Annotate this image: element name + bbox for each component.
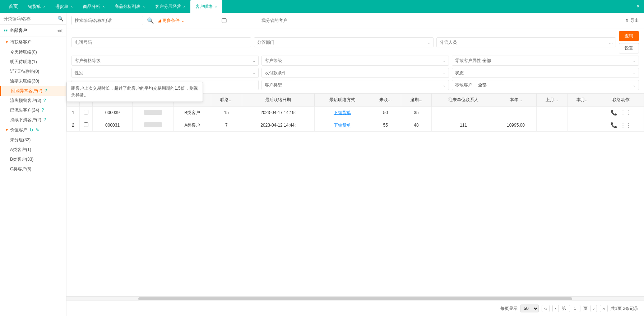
col-last-month[interactable]: 上月...	[536, 94, 567, 107]
page-suffix: 页	[583, 306, 588, 312]
col-last-method[interactable]: 最后联络方式	[315, 94, 370, 107]
col-contact-label: 联络...	[220, 97, 232, 102]
scroll-thumb[interactable]	[138, 297, 572, 300]
nav-product-analysis[interactable]: 商品分析 ×	[78, 0, 110, 13]
col-this-month-label: 本月...	[576, 97, 589, 102]
row1-last-method[interactable]: 下销货单	[315, 107, 370, 119]
prev-page-button[interactable]: ‹	[552, 305, 559, 312]
close-icon[interactable]: ×	[102, 4, 105, 9]
col-last-date[interactable]: 最后联络日期	[242, 94, 314, 107]
table-area[interactable]: ⚙ 客户编码 客户名称 客户...	[66, 93, 644, 296]
payment-field[interactable]: 收付款条件 ⌄	[261, 68, 449, 78]
col-overdue[interactable]: 逾期...	[401, 94, 432, 107]
row1-this-year	[495, 107, 537, 119]
customer-level-field[interactable]: 客户等级 ⌄	[261, 56, 449, 66]
all-customers-header[interactable]: ☷ 全部客户 ≪	[0, 25, 66, 37]
pending-contact-group[interactable]: ▼ 待联络客户	[0, 37, 66, 47]
query-button[interactable]: 查询	[619, 31, 639, 41]
row1-checkbox[interactable]	[80, 107, 93, 119]
nav-sales[interactable]: 销货单 ×	[23, 0, 50, 13]
col-last-date-label: 最后联络日期	[265, 97, 291, 102]
sidebar-item-today[interactable]: 今天待联络(0)	[0, 47, 66, 57]
close-icon[interactable]: ×	[70, 4, 73, 9]
my-customers-checkbox[interactable]: 我分管的客户	[188, 18, 287, 24]
ellipsis-icon[interactable]: ...	[609, 40, 613, 45]
search-input[interactable]	[71, 16, 143, 25]
more-action-icon[interactable]: ⋮⋮	[620, 122, 631, 128]
per-page-select[interactable]: 50 100 200	[520, 305, 539, 312]
row2-last-date: 2023-04-12 14:44:	[242, 119, 314, 132]
grid-icon: ☷	[4, 28, 8, 33]
col-contacts-label: 往来单位联系人	[448, 97, 478, 102]
close-icon[interactable]: ×	[43, 4, 45, 9]
first-page-button[interactable]: ‹‹	[542, 305, 550, 312]
col-uncontacted[interactable]: 未联...	[370, 94, 401, 107]
customer-type-field[interactable]: 客户类型 ⌄	[261, 80, 449, 90]
sidebar-item-class-a[interactable]: A类客户(1)	[0, 145, 66, 155]
nav-home[interactable]: 首页	[4, 0, 23, 13]
phone-field[interactable]: 电话号码	[71, 37, 251, 47]
gender-field[interactable]: 性别 ⌄	[71, 68, 259, 78]
value-customer-group: ▼ 价值客户 ↻ ✎	[0, 125, 66, 135]
info-icon: ?	[43, 98, 46, 103]
price-level-field[interactable]: 客户价格等级 ⌄	[71, 56, 259, 66]
my-customers-check[interactable]	[188, 18, 260, 23]
col-this-year[interactable]: 本年...	[495, 94, 537, 107]
row1-select[interactable]	[84, 110, 88, 114]
search-button[interactable]: 🔍	[147, 17, 154, 24]
sidebar-item-continuous-down[interactable]: 持续下滑客户(2) ?	[0, 115, 66, 125]
sidebar-item-lost-warning[interactable]: 流失预警客户(3) ?	[0, 96, 66, 105]
last-page-button[interactable]: ››	[600, 305, 608, 312]
col-contacts-person[interactable]: 往来单位联系人	[432, 94, 495, 107]
chevron-down-icon: ⌄	[427, 41, 430, 44]
sidebar-item-7days[interactable]: 近7天待联络(0)	[0, 67, 66, 76]
sidebar-item-repurchase-abnormal[interactable]: 回购异常客户(2) ?	[0, 86, 66, 96]
nav-customer-mgmt[interactable]: 客户分层经营 ×	[150, 0, 190, 13]
page-number-input[interactable]	[569, 305, 580, 312]
collapse-icon[interactable]: ≪	[57, 28, 62, 34]
status-field[interactable]: 状态 ⌄	[452, 68, 639, 78]
contact-icon[interactable]: 📞	[611, 109, 617, 116]
sidebar-item-overdue[interactable]: 逾期未联络(30)	[0, 76, 66, 86]
close-all-button[interactable]: ×	[636, 3, 640, 10]
table-row: 1 000039 B类客户 15 2023-04-17 14:19: 下销货单 …	[67, 107, 644, 119]
close-icon[interactable]: ×	[183, 4, 185, 9]
row2-select[interactable]	[84, 122, 88, 127]
col-contact[interactable]: 联络...	[211, 94, 242, 107]
retail-attr-field[interactable]: 零散客户属性 全部 ⌄	[452, 56, 639, 66]
sidebar-search-input[interactable]	[4, 16, 57, 21]
row2-last-method[interactable]: 下销货单	[315, 119, 370, 132]
sidebar-item-ungrouped[interactable]: 未分组(32)	[0, 135, 66, 145]
retail-customer-field[interactable]: 零散客户 全部 ⌄	[452, 80, 639, 90]
export-button[interactable]: ⇧ 导出	[625, 18, 639, 24]
refresh-icon[interactable]: ↻	[29, 127, 33, 133]
col-this-month[interactable]: 本月...	[567, 94, 598, 107]
row2-this-year: 10995.00	[495, 119, 537, 132]
contact-icon[interactable]: 📞	[611, 122, 617, 128]
close-icon[interactable]: ×	[143, 4, 145, 9]
dept-field[interactable]: 分管部门 ⌄	[254, 37, 434, 47]
nav-product-list[interactable]: 商品分析列表 ×	[110, 0, 150, 13]
nav-purchase[interactable]: 进货单 ×	[50, 0, 78, 13]
next-page-button[interactable]: ›	[590, 305, 597, 312]
person-field[interactable]: 分管人员 ...	[436, 37, 616, 47]
row2-checkbox[interactable]	[80, 119, 93, 132]
horizontal-scrollbar[interactable]	[66, 296, 644, 301]
top-nav: 首页 销货单 × 进货单 × 商品分析 × 商品分析列表 × 客户分层经营 × …	[0, 0, 644, 13]
nav-customer-contact[interactable]: 客户联络 ×	[190, 0, 222, 13]
sidebar-item-already-lost[interactable]: 已流失客户(24) ?	[0, 105, 66, 115]
row2-actions: 📞 ⋮⋮	[598, 119, 644, 132]
search-icon[interactable]: 🔍	[57, 16, 64, 22]
sidebar-item-class-b[interactable]: B类客户(33)	[0, 155, 66, 164]
more-action-icon[interactable]: ⋮⋮	[620, 109, 631, 116]
close-icon[interactable]: ×	[215, 4, 217, 9]
chevron-down-icon: ⌄	[443, 71, 446, 75]
row1-index: 1	[67, 107, 80, 119]
more-conditions-button[interactable]: ◢ 更多条件 ⌄	[158, 18, 185, 24]
settings-button[interactable]: 设置	[619, 43, 639, 53]
row2-name	[133, 119, 174, 132]
edit-icon[interactable]: ✎	[36, 127, 40, 133]
sidebar-item-class-c[interactable]: C类客户(6)	[0, 164, 66, 174]
sidebar-item-tomorrow[interactable]: 明天待联络(1)	[0, 57, 66, 67]
row1-uncontacted: 50	[370, 107, 401, 119]
